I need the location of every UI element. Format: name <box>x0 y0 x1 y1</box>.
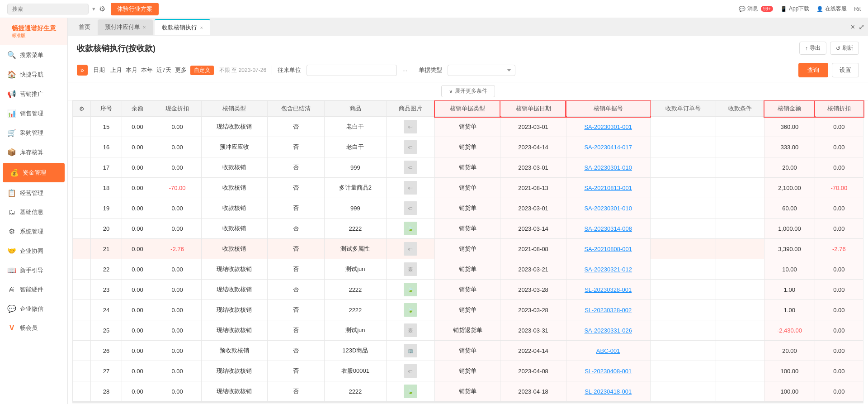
cell-verify-type: 收款核销 <box>202 219 267 239</box>
cell-verify-no[interactable]: SA-20230414-017 <box>566 137 650 157</box>
sidebar-item-sales[interactable]: 📊 销售管理 <box>0 104 67 123</box>
cell-receipt-condition <box>716 320 764 341</box>
cell-receipt-condition <box>716 137 764 157</box>
tab-close-all-btn[interactable]: × <box>851 23 855 31</box>
cell-settings <box>73 381 91 402</box>
voucher-type-select[interactable] <box>448 65 515 76</box>
cell-include-settled: 否 <box>267 219 324 239</box>
cell-product: 2222 <box>324 280 386 300</box>
date-this-month[interactable]: 本月 <box>126 66 137 74</box>
cell-product-image: 🍃 <box>386 300 434 320</box>
setting-btn[interactable]: 设置 <box>832 63 859 77</box>
tab-collection-close[interactable]: × <box>200 25 203 30</box>
sidebar-item-nav[interactable]: 🏠 快捷导航 <box>0 65 67 84</box>
expand-more-btn[interactable]: ∨ 展开更多条件 <box>441 85 495 97</box>
sidebar-item-wechat[interactable]: 💬 企业微信 <box>0 299 67 318</box>
cell-no: 23 <box>91 280 122 300</box>
search-icon: 🔍 <box>7 51 16 59</box>
cell-verify-no[interactable]: ABC-001 <box>566 341 650 361</box>
sidebar-item-marketing[interactable]: 📢 营销推广 <box>0 84 67 104</box>
cell-verify-no[interactable]: SA-20210808-001 <box>566 239 650 259</box>
cell-product: 999 <box>324 157 386 178</box>
user-profile[interactable]: Rit <box>854 6 861 12</box>
tab-prepay-close[interactable]: × <box>143 24 146 30</box>
cell-verify-no[interactable]: SA-20230301-010 <box>566 198 650 219</box>
tab-collection[interactable]: 收款核销执行 × <box>155 19 210 35</box>
table-row: 23 0.00 0.00 现结收款核销 否 2222 🍃 销货单 2023-03… <box>73 280 863 300</box>
partner-input[interactable] <box>307 65 397 76</box>
cell-cash-discount: 0.00 <box>153 137 202 157</box>
cell-product: 测试jun <box>324 259 386 280</box>
col-settings[interactable]: ⚙ <box>73 101 91 117</box>
message-btn[interactable]: 💬 消息 99+ <box>739 5 773 13</box>
cell-verify-no[interactable]: SA-20230331-026 <box>566 320 650 341</box>
cell-verify-no[interactable]: SA-20230314-008 <box>566 219 650 239</box>
settings-icon[interactable]: ⚙ <box>99 5 105 13</box>
date-7days[interactable]: 近7天 <box>156 66 171 74</box>
cell-verify-no[interactable]: SA-20230301-001 <box>566 117 650 137</box>
col-cash-discount: 现金折扣 <box>153 101 202 117</box>
sidebar-item-purchase[interactable]: 🛒 采购管理 <box>0 123 67 143</box>
sidebar-item-member[interactable]: V 畅会员 <box>0 318 67 337</box>
cell-verify-no[interactable]: SA-20230301-010 <box>566 157 650 178</box>
cell-verify-date: 2023-04-08 <box>500 361 566 381</box>
product-image-green: 🍃 <box>404 385 417 398</box>
table-area[interactable]: ⚙ 序号 余额 现金折扣 核销类型 包含已结清 商品 商品图片 核销单据类型 核… <box>68 100 868 404</box>
cell-verify-date: 2023-03-31 <box>500 320 566 341</box>
cell-verify-no[interactable]: SL-20230328-001 <box>566 280 650 300</box>
cell-cash-discount: 0.00 <box>153 157 202 178</box>
sidebar-item-hardware[interactable]: 🖨 智能硬件 <box>0 280 67 299</box>
page-header: 收款核销执行(按收款) ↑ 导出 ↺ 刷新 <box>68 36 868 58</box>
query-btn[interactable]: 查询 <box>798 63 828 77</box>
cell-verify-discount: 0.00 <box>815 219 863 239</box>
app-download-btn[interactable]: 📱 App下载 <box>780 5 809 13</box>
cell-verify-no[interactable]: SL-20230418-001 <box>566 381 650 402</box>
online-service-btn[interactable]: 👤 在线客服 <box>816 5 847 13</box>
top-bar-right: 💬 消息 99+ 📱 App下载 👤 在线客服 Rit <box>739 5 861 13</box>
product-image-green: 🍃 <box>404 283 417 296</box>
cell-cash-discount: 0.00 <box>153 259 202 280</box>
sidebar-item-search[interactable]: 🔍 搜索菜单 <box>0 45 67 65</box>
sidebar-item-enterprise[interactable]: 🤝 企业协同 <box>0 241 67 261</box>
cell-no: 15 <box>91 117 122 137</box>
cell-verify-no[interactable]: SA-20210813-001 <box>566 178 650 198</box>
refresh-btn[interactable]: ↺ 刷新 <box>830 42 859 55</box>
cell-balance: 0.00 <box>122 137 153 157</box>
date-options: 上月 本月 本年 近7天 更多 自定义 <box>110 66 214 75</box>
tab-home[interactable]: 首页 <box>71 19 98 35</box>
date-more[interactable]: 更多 <box>175 66 187 74</box>
filter-expand-btn[interactable]: » <box>77 65 88 76</box>
cell-verify-no[interactable]: SA-20230321-012 <box>566 259 650 280</box>
cell-cash-discount: -70.00 <box>153 178 202 198</box>
date-custom[interactable]: 自定义 <box>190 66 214 75</box>
tab-prepay[interactable]: 预付冲应付单 × <box>98 19 153 35</box>
cell-verify-amount: 20.00 <box>764 157 815 178</box>
dropdown-icon[interactable]: ▾ <box>92 5 95 12</box>
cell-product-image: 🏷 <box>386 137 434 157</box>
tab-fullscreen-btn[interactable]: ⤢ <box>859 23 864 31</box>
sidebar-item-stock[interactable]: 📦 库存核算 <box>0 143 67 162</box>
cell-product-image: 🍃 <box>386 219 434 239</box>
cell-verify-amount: 1.00 <box>764 280 815 300</box>
date-last-month[interactable]: 上月 <box>110 66 122 74</box>
date-this-year[interactable]: 本年 <box>141 66 153 74</box>
cell-receipt-order-no <box>650 361 716 381</box>
cell-product: 老白干 <box>324 117 386 137</box>
sidebar-item-basic[interactable]: 🗂 基础信息 <box>0 203 67 222</box>
cell-include-settled: 否 <box>267 239 324 259</box>
cell-cash-discount: 0.00 <box>153 117 202 137</box>
industry-btn[interactable]: 体验行业方案 <box>111 3 159 15</box>
cell-verify-no[interactable]: SL-20230328-002 <box>566 300 650 320</box>
sidebar-item-operation[interactable]: 📋 经营管理 <box>0 183 67 203</box>
col-settings-icon: ⚙ <box>79 105 85 112</box>
marketing-icon: 📢 <box>7 90 16 98</box>
sidebar-item-finance[interactable]: 💰 资金管理 <box>3 163 65 182</box>
sidebar-item-guide[interactable]: 📖 新手引导 <box>0 261 67 280</box>
product-image-building: 🏢 <box>404 344 417 357</box>
sidebar-item-system[interactable]: ⚙ 系统管理 <box>0 222 67 241</box>
operation-icon: 📋 <box>7 189 16 197</box>
cell-verify-no[interactable]: SL-20230408-001 <box>566 361 650 381</box>
finance-icon: 💰 <box>10 168 19 177</box>
search-input[interactable] <box>7 4 89 14</box>
export-btn[interactable]: ↑ 导出 <box>799 42 826 55</box>
